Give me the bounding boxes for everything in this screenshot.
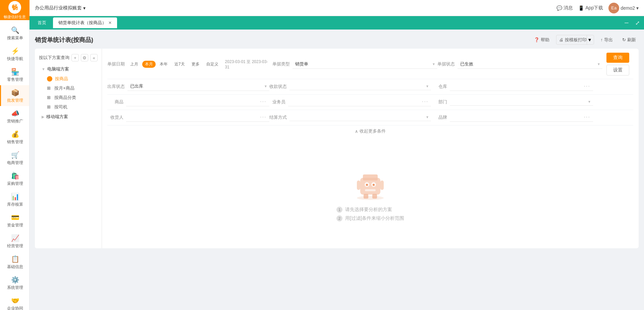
- product-select[interactable]: ···: [126, 97, 269, 106]
- export-icon: ↑: [601, 37, 603, 42]
- tree-item-by-cashier[interactable]: ⊞ 按司机: [35, 102, 102, 112]
- ecom-icon: 🛒: [11, 151, 19, 159]
- sidebar-item-inventory[interactable]: 📊 库存核算: [0, 189, 29, 210]
- sidebar-item-wholesale[interactable]: 📦 批发管理: [0, 85, 29, 106]
- out-status-value: 已出库: [130, 83, 143, 89]
- receiver-label: 收货人: [107, 114, 126, 120]
- salesperson-label: 业务员: [269, 99, 288, 105]
- receiver-select[interactable]: ···: [126, 113, 269, 122]
- doc-status-caret: ▾: [598, 62, 600, 66]
- dept-select[interactable]: ▾: [450, 98, 593, 106]
- collapse-label: 收起更多条件: [360, 128, 386, 134]
- top-header: 办公用品行业模拟账套 ▾ 💬 消息 📱 App下载 Ea demo2 ▾: [30, 0, 644, 16]
- print-label: 按模板打印: [565, 37, 587, 43]
- date-pill-this-year[interactable]: 本年: [157, 61, 170, 68]
- tree-item-by-month-product[interactable]: ⊞ 按月+商品: [35, 84, 102, 93]
- sidebar-item-label: 零售管理: [7, 77, 23, 83]
- tab-home[interactable]: 首页: [32, 17, 52, 28]
- sidebar-item-marketing[interactable]: 📣 营销推广: [0, 106, 29, 127]
- filter-doc-type: 单据类型 销货单 ▾: [272, 60, 437, 69]
- tree-group-mobile-label: 移动端方案: [46, 114, 68, 120]
- sidebar-item-shortcut[interactable]: ⚡ 快捷导航: [0, 44, 29, 64]
- search-icon: 🔍: [11, 26, 19, 34]
- sidebar-item-sales[interactable]: 💰 销售管理: [0, 127, 29, 148]
- collapse-up-icon: ∧: [355, 129, 358, 134]
- svg-point-5: [366, 184, 368, 186]
- sidebar-item-finance[interactable]: 💳 资金管理: [0, 210, 29, 231]
- doc-status-value: 已生效: [460, 61, 473, 67]
- date-pill-custom[interactable]: 自定义: [204, 61, 221, 68]
- brand-label: 品牌: [431, 114, 450, 120]
- query-button[interactable]: 查询: [606, 53, 629, 63]
- message-label: 消息: [564, 5, 573, 11]
- product-label: 商品: [107, 99, 126, 105]
- page-actions: ❓ 帮助 🖨 按模板打印 ▾ ↑ 导出 ↻ 刷新: [531, 35, 639, 45]
- tab-close-btn[interactable]: ✕: [108, 20, 112, 25]
- tab-report[interactable]: 销货单统计表（按商品） ✕: [53, 17, 117, 28]
- date-pill-last-month[interactable]: 上月: [127, 61, 141, 68]
- sidebar-item-label: 经营管理: [7, 243, 23, 249]
- brand-dots: ···: [584, 114, 590, 120]
- salesperson-select[interactable]: ···: [288, 97, 431, 106]
- setting-button[interactable]: 设置: [606, 65, 629, 75]
- out-status-select[interactable]: 已出库 ▾: [127, 82, 269, 91]
- workspace-dropdown[interactable]: 办公用品行业模拟账套 ▾: [35, 5, 86, 11]
- filter-salesperson: 业务员 ···: [269, 97, 431, 106]
- warehouse-select[interactable]: ···: [450, 82, 593, 91]
- doc-type-value: 销货单: [295, 61, 308, 67]
- message-btn[interactable]: 💬 消息: [556, 5, 573, 11]
- sidebar-item-purchase[interactable]: 🛍️ 采购管理: [0, 168, 29, 189]
- tree-group-desktop[interactable]: ▼ 电脑端方案: [35, 64, 102, 74]
- svg-point-0: [357, 196, 384, 200]
- sidebar-item-label: 系统管理: [7, 285, 23, 291]
- action-btns: 查询 设置: [602, 53, 633, 75]
- retail-icon: 🏪: [11, 68, 19, 76]
- tree-group-mobile[interactable]: ▶ 移动端方案: [35, 112, 102, 122]
- settlement-select[interactable]: ▾: [289, 113, 431, 121]
- base-icon: 📋: [11, 255, 19, 263]
- filter-date: 单据日期 上月 本月 本年 近7天 更多 自定义 20: [107, 59, 272, 69]
- export-btn[interactable]: ↑ 导出: [598, 36, 616, 44]
- date-pill-this-month[interactable]: 本月: [142, 61, 156, 68]
- tab-bar: 首页 销货单统计表（按商品） ✕ ─ ⤢: [30, 16, 644, 30]
- filter-doc-status: 单据状态 已生效 ▾: [437, 60, 602, 69]
- brand-select[interactable]: ···: [450, 113, 593, 122]
- sidebar-item-label: 销售管理: [7, 139, 23, 145]
- tab-maximize-btn[interactable]: ⤢: [633, 19, 641, 27]
- date-pill-7days[interactable]: 近7天: [172, 61, 187, 68]
- tree-item-by-product[interactable]: 按商品: [35, 74, 102, 84]
- collapse-row[interactable]: ∧ 收起更多条件: [107, 125, 633, 137]
- refresh-btn[interactable]: ↻ 刷新: [620, 36, 639, 44]
- doc-status-select[interactable]: 已生效 ▾: [458, 60, 602, 69]
- help-btn[interactable]: ❓ 帮助: [531, 36, 552, 44]
- wholesale-icon: 📦: [11, 89, 19, 97]
- side-collapse-btn[interactable]: «: [90, 54, 98, 61]
- sidebar-item-corp[interactable]: 🤝 企业协同: [0, 293, 29, 310]
- empty-tip-2: 2 用[过滤]条件来缩小分析范围: [336, 215, 404, 221]
- tip-num-1: 1: [336, 207, 342, 213]
- tree-item-icon: ⊞: [47, 104, 52, 110]
- empty-illustration: [350, 168, 390, 201]
- tab-minimize-btn[interactable]: ─: [623, 19, 631, 27]
- logo-icon: 畅: [8, 1, 21, 14]
- sidebar-item-base[interactable]: 📋 基础信息: [0, 252, 29, 272]
- sidebar-item-operation[interactable]: 📈 经营管理: [0, 231, 29, 252]
- app-download-btn[interactable]: 📱 App下载: [578, 5, 603, 11]
- filter-row-3: 商品 ··· 业务员 ···: [107, 97, 633, 106]
- date-pill-more[interactable]: 更多: [189, 61, 202, 68]
- side-settings-btn[interactable]: ⚙: [81, 54, 88, 61]
- print-btn[interactable]: 🖨 按模板打印: [556, 36, 587, 44]
- collect-status-select[interactable]: ▾: [289, 83, 431, 90]
- user-menu[interactable]: Ea demo2 ▾: [608, 3, 639, 13]
- tree-item-label: 按司机: [54, 104, 67, 110]
- sidebar-item-search[interactable]: 🔍 搜索菜单: [0, 23, 29, 44]
- tree-item-by-product-cat[interactable]: ⊞ 按商品分类: [35, 93, 102, 102]
- side-add-btn[interactable]: +: [71, 54, 79, 61]
- marketing-icon: 📣: [11, 109, 19, 117]
- sidebar-item-ecom[interactable]: 🛒 电商管理: [0, 148, 29, 168]
- print-caret-btn[interactable]: ▾: [587, 35, 594, 44]
- doc-type-select[interactable]: 销货单 ▾: [292, 60, 437, 69]
- sidebar-item-retail[interactable]: 🏪 零售管理: [0, 64, 29, 85]
- app-download-icon: 📱: [578, 5, 584, 11]
- sidebar-item-system[interactable]: ⚙️ 系统管理: [0, 272, 29, 293]
